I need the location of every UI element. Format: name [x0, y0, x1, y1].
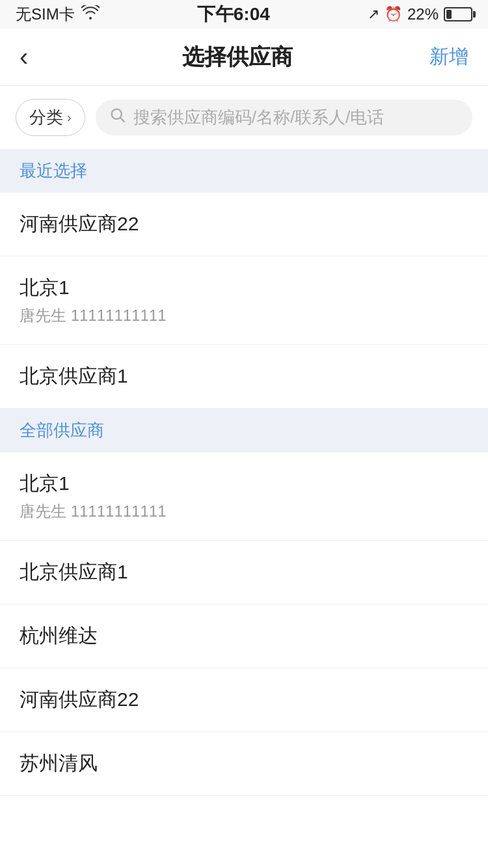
- list-item[interactable]: 北京1 唐先生 11111111111: [0, 256, 488, 345]
- list-item[interactable]: 北京供应商1: [0, 541, 488, 604]
- recent-section-header: 最近选择: [0, 149, 488, 193]
- svg-point-0: [111, 109, 121, 119]
- item-name: 北京供应商1: [20, 363, 468, 390]
- location-icon: ↗: [368, 6, 379, 23]
- nav-bar: ‹ 选择供应商 新增: [0, 29, 488, 86]
- status-carrier-wifi: 无SIM卡: [16, 4, 100, 25]
- search-placeholder: 搜索供应商编码/名称/联系人/电话: [133, 106, 385, 129]
- list-item[interactable]: 苏州清风: [0, 732, 488, 796]
- all-section-header: 全部供应商: [0, 409, 488, 452]
- status-time: 下午6:04: [197, 2, 270, 27]
- wifi-icon: [81, 5, 100, 23]
- item-name: 北京1: [20, 275, 468, 301]
- item-name: 河南供应商22: [20, 211, 468, 237]
- list-item[interactable]: 河南供应商22: [0, 193, 488, 256]
- list-item[interactable]: 北京供应商1: [0, 345, 488, 409]
- add-button[interactable]: 新增: [416, 44, 468, 70]
- battery-text: 22%: [407, 5, 439, 23]
- all-list: 北京1 唐先生 11111111111 北京供应商1 杭州维达 河南供应商22 …: [0, 452, 488, 796]
- item-sub: 唐先生 11111111111: [20, 501, 468, 522]
- battery-icon: [444, 7, 472, 21]
- list-item[interactable]: 河南供应商22: [0, 668, 488, 732]
- search-icon: [109, 106, 127, 129]
- back-button[interactable]: ‹: [20, 42, 59, 72]
- item-name: 北京1: [20, 470, 468, 497]
- page-title: 选择供应商: [182, 42, 293, 72]
- alarm-icon: ⏰: [385, 6, 402, 23]
- list-item[interactable]: 北京1 唐先生 11111111111: [0, 452, 488, 541]
- all-section-label: 全部供应商: [20, 420, 104, 440]
- recent-section-label: 最近选择: [20, 161, 87, 180]
- item-sub: 唐先生 11111111111: [20, 305, 468, 326]
- svg-line-1: [120, 118, 124, 122]
- category-button[interactable]: 分类 ›: [16, 99, 85, 136]
- item-name: 苏州清风: [20, 750, 468, 777]
- search-input-wrap[interactable]: 搜索供应商编码/名称/联系人/电话: [96, 100, 472, 135]
- carrier-text: 无SIM卡: [16, 4, 75, 25]
- category-label: 分类: [29, 106, 63, 129]
- item-name: 河南供应商22: [20, 686, 468, 713]
- status-icons: ↗ ⏰ 22%: [368, 5, 472, 23]
- recent-list: 河南供应商22 北京1 唐先生 11111111111 北京供应商1: [0, 193, 488, 409]
- chevron-right-icon: ›: [67, 110, 72, 125]
- search-bar: 分类 › 搜索供应商编码/名称/联系人/电话: [0, 86, 488, 149]
- item-name: 北京供应商1: [20, 559, 468, 586]
- list-item[interactable]: 杭州维达: [0, 604, 488, 668]
- item-name: 杭州维达: [20, 623, 468, 649]
- status-bar: 无SIM卡 下午6:04 ↗ ⏰ 22%: [0, 0, 488, 29]
